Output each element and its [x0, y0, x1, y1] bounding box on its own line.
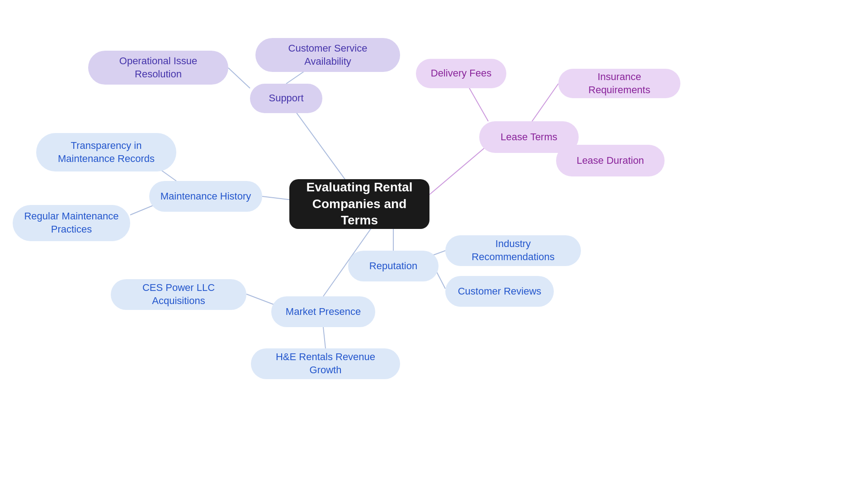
ces-power-llc-label: CES Power LLC Acquisitions	[121, 281, 236, 307]
center-node: Evaluating Rental Companies and Terms	[289, 179, 429, 229]
market-presence-label: Market Presence	[286, 305, 361, 319]
transparency-maintenance-records-label: Transparency in Maintenance Records	[46, 139, 166, 165]
maintenance-history-label: Maintenance History	[160, 190, 251, 203]
market-presence-node: Market Presence	[271, 296, 375, 327]
operational-issue-resolution-node: Operational Issue Resolution	[88, 51, 228, 85]
lease-terms-label: Lease Terms	[500, 131, 557, 144]
customer-service-availability-label: Customer Service Availability	[265, 42, 390, 68]
he-rentals-revenue-growth-label: H&E Rentals Revenue Growth	[261, 351, 390, 376]
delivery-fees-node: Delivery Fees	[416, 59, 506, 88]
reputation-label: Reputation	[369, 260, 417, 273]
svg-line-2	[228, 68, 250, 88]
delivery-fees-label: Delivery Fees	[431, 67, 491, 80]
svg-line-15	[323, 327, 326, 348]
regular-maintenance-practices-node: Regular Maintenance Practices	[13, 205, 130, 241]
industry-recommendations-node: Industry Recommendations	[445, 235, 581, 266]
support-label: Support	[269, 92, 303, 105]
center-label: Evaluating Rental Companies and Terms	[299, 179, 420, 228]
lease-duration-label: Lease Duration	[576, 154, 644, 167]
customer-service-availability-node: Customer Service Availability	[255, 38, 400, 72]
industry-recommendations-label: Industry Recommendations	[455, 238, 571, 263]
reputation-node: Reputation	[348, 251, 439, 281]
ces-power-llc-node: CES Power LLC Acquisitions	[111, 279, 246, 310]
svg-line-5	[529, 84, 558, 126]
lease-duration-node: Lease Duration	[556, 145, 665, 176]
maintenance-history-node: Maintenance History	[149, 181, 262, 212]
transparency-maintenance-records-node: Transparency in Maintenance Records	[36, 133, 176, 171]
insurance-requirements-node: Insurance Requirements	[558, 69, 680, 98]
insurance-requirements-label: Insurance Requirements	[568, 71, 670, 96]
regular-maintenance-practices-label: Regular Maintenance Practices	[23, 210, 120, 236]
support-node: Support	[250, 84, 322, 113]
he-rentals-revenue-growth-node: H&E Rentals Revenue Growth	[251, 348, 400, 379]
customer-reviews-label: Customer Reviews	[458, 285, 542, 298]
operational-issue-resolution-label: Operational Issue Resolution	[98, 55, 218, 81]
customer-reviews-node: Customer Reviews	[445, 276, 554, 307]
